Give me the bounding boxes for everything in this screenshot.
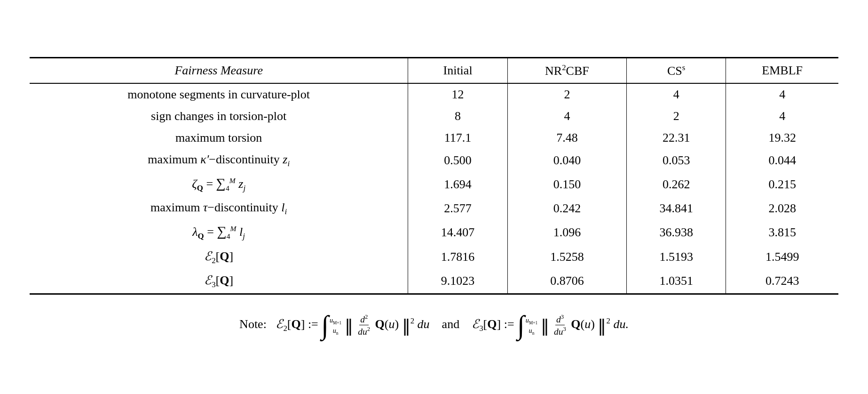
col-header-nr2cbf: NR2CBF xyxy=(507,58,626,83)
cell-value: 2.577 xyxy=(408,197,507,220)
fairness-table: Fairness Measure Initial NR2CBF CSs EMBL… xyxy=(30,57,838,295)
cell-value: 1.096 xyxy=(507,220,626,245)
cell-value: 1.0351 xyxy=(627,269,726,294)
cell-value: 7.48 xyxy=(507,127,626,149)
cell-value: 4 xyxy=(507,105,626,127)
col-header-emblf: EMBLF xyxy=(726,58,838,83)
cell-value: 0.150 xyxy=(507,172,626,197)
row-label: λQ = ∑4M lj xyxy=(30,220,408,245)
table-row: monotone segments in curvature-plot 12 2… xyxy=(30,83,838,105)
cell-value: 8 xyxy=(408,105,507,127)
row-label: ℰ2[Q] xyxy=(30,245,408,269)
cell-value: 117.1 xyxy=(408,127,507,149)
note-text: Note: ℰ2[Q] := ∫uM+1un ‖ d2du2 Q(u) ‖2 d… xyxy=(239,317,629,331)
col-header-initial: Initial xyxy=(408,58,507,83)
cell-value: 0.215 xyxy=(726,172,838,197)
cell-value: 1.7816 xyxy=(408,245,507,269)
header-row: Fairness Measure Initial NR2CBF CSs EMBL… xyxy=(30,58,838,83)
col-header-css: CSs xyxy=(627,58,726,83)
row-label: maximum torsion xyxy=(30,127,408,149)
cell-value: 4 xyxy=(726,83,838,105)
row-label: maximum τ−discontinuity li xyxy=(30,197,408,220)
cell-value: 0.500 xyxy=(408,149,507,172)
cell-value: 2 xyxy=(627,105,726,127)
main-container: Fairness Measure Initial NR2CBF CSs EMBL… xyxy=(30,57,838,337)
cell-value: 2.028 xyxy=(726,197,838,220)
cell-value: 0.040 xyxy=(507,149,626,172)
row-label: sign changes in torsion-plot xyxy=(30,105,408,127)
row-label: ℰ3[Q] xyxy=(30,269,408,294)
cell-value: 1.5258 xyxy=(507,245,626,269)
cell-value: 0.242 xyxy=(507,197,626,220)
row-label: maximum κ′−discontinuity zi xyxy=(30,149,408,172)
cell-value: 0.053 xyxy=(627,149,726,172)
col-header-measure: Fairness Measure xyxy=(30,58,408,83)
cell-value: 1.5193 xyxy=(627,245,726,269)
cell-value: 1.694 xyxy=(408,172,507,197)
table-row: λQ = ∑4M lj 14.407 1.096 36.938 3.815 xyxy=(30,220,838,245)
cell-value: 19.32 xyxy=(726,127,838,149)
cell-value: 36.938 xyxy=(627,220,726,245)
cell-value: 0.7243 xyxy=(726,269,838,294)
cell-value: 22.31 xyxy=(627,127,726,149)
cell-value: 0.044 xyxy=(726,149,838,172)
table-row: ζQ = ∑4M zj 1.694 0.150 0.262 0.215 xyxy=(30,172,838,197)
table-row: ℰ2[Q] 1.7816 1.5258 1.5193 1.5499 xyxy=(30,245,838,269)
cell-value: 4 xyxy=(627,83,726,105)
cell-value: 12 xyxy=(408,83,507,105)
and-word: and xyxy=(442,317,460,331)
row-label: monotone segments in curvature-plot xyxy=(30,83,408,105)
table-row: maximum κ′−discontinuity zi 0.500 0.040 … xyxy=(30,149,838,172)
table-row: maximum torsion 117.1 7.48 22.31 19.32 xyxy=(30,127,838,149)
row-label: ζQ = ∑4M zj xyxy=(30,172,408,197)
table-row: ℰ3[Q] 9.1023 0.8706 1.0351 0.7243 xyxy=(30,269,838,294)
cell-value: 1.5499 xyxy=(726,245,838,269)
note-section: Note: ℰ2[Q] := ∫uM+1un ‖ d2du2 Q(u) ‖2 d… xyxy=(30,314,838,337)
cell-value: 3.815 xyxy=(726,220,838,245)
cell-value: 0.8706 xyxy=(507,269,626,294)
cell-value: 9.1023 xyxy=(408,269,507,294)
cell-value: 0.262 xyxy=(627,172,726,197)
table-row: sign changes in torsion-plot 8 4 2 4 xyxy=(30,105,838,127)
cell-value: 2 xyxy=(507,83,626,105)
cell-value: 4 xyxy=(726,105,838,127)
table-row: maximum τ−discontinuity li 2.577 0.242 3… xyxy=(30,197,838,220)
cell-value: 14.407 xyxy=(408,220,507,245)
cell-value: 34.841 xyxy=(627,197,726,220)
